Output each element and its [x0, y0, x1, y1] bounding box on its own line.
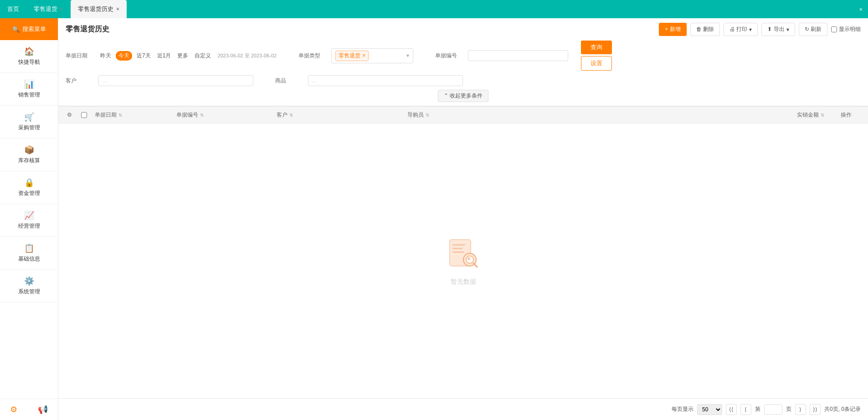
select-all-checkbox[interactable]	[81, 112, 87, 118]
sales-icon: 📊	[24, 79, 34, 89]
empty-text: 暂无数据	[451, 278, 476, 286]
customer-placeholder: ...	[103, 77, 107, 84]
search-icon: 🔍	[12, 26, 20, 33]
per-page-select[interactable]: 50 10 20 100	[697, 404, 722, 415]
print-button[interactable]: 🖨 打印 ▾	[724, 23, 758, 36]
th-operate-label: 操作	[841, 111, 852, 119]
tab-home-label: 首页	[7, 5, 19, 13]
tab-retail-return-label: 零售退货	[34, 5, 57, 13]
tab-retail-return[interactable]: 零售退货 ×	[26, 0, 71, 18]
customer-label: 客户	[66, 77, 91, 85]
th-code-label: 单据编号	[176, 111, 198, 119]
main-layout: 🔍 搜索菜单 🏠 快捷导航 📊 销售管理 🛒 采购管理 📦 库存核算 🔒 资金管…	[0, 18, 868, 420]
sidebar-item-basic-info-label: 基础信息	[18, 255, 40, 263]
tab-retail-return-close[interactable]: ×	[60, 6, 63, 12]
doc-type-tag-close[interactable]: ×	[362, 52, 365, 59]
doc-type-select[interactable]: 零售退货 × ▾	[331, 48, 413, 63]
customer-select[interactable]: ...	[98, 75, 253, 86]
print-chevron-icon: ▾	[749, 26, 752, 33]
date-btn-last7[interactable]: 近7天	[135, 51, 153, 61]
sidebar-item-operations-label: 经营管理	[18, 222, 40, 230]
date-btn-today[interactable]: 今天	[116, 51, 132, 61]
home-icon: 🏠	[24, 46, 34, 56]
th-code-sort-icon: ⇅	[200, 113, 204, 118]
th-code[interactable]: 单据编号 ⇅	[173, 111, 273, 119]
delete-button[interactable]: 🗑 删除	[690, 23, 720, 36]
th-date[interactable]: 单据日期 ⇅	[91, 111, 173, 119]
sidebar-item-sys-mgmt[interactable]: ⚙️ 系统管理	[0, 270, 58, 302]
refresh-button[interactable]: ↻ 刷新	[799, 23, 827, 36]
sidebar-item-inventory[interactable]: 📦 库存核算	[0, 138, 58, 171]
goods-placeholder: ...	[312, 77, 317, 84]
header-actions: + 新增 🗑 删除 🖨 打印 ▾ ⬆ 导出 ▾ ↻ 刷新 显示明细	[659, 23, 861, 36]
th-amount[interactable]: 实销金额 ⇅	[759, 111, 828, 119]
sidebar-item-finance-label: 资金管理	[18, 190, 40, 197]
doc-no-input[interactable]	[468, 50, 568, 61]
last-page-button[interactable]: ⟩⟩	[810, 404, 821, 415]
th-guide-sort-icon: ⇅	[426, 113, 429, 118]
setting-button[interactable]: 设置	[581, 56, 612, 71]
empty-svg	[445, 236, 482, 272]
th-amount-sort-icon: ⇅	[821, 113, 824, 118]
svg-point-7	[467, 257, 470, 260]
sidebar-item-purchase-label: 采购管理	[18, 124, 40, 132]
per-page-label: 每页显示	[672, 405, 693, 413]
th-gear[interactable]: ⚙	[62, 112, 77, 118]
sidebar-item-purchase[interactable]: 🛒 采购管理	[0, 106, 58, 138]
sidebar-item-finance[interactable]: 🔒 资金管理	[0, 171, 58, 204]
display-toggle-checkbox[interactable]	[831, 26, 837, 32]
table-area: ⚙ 单据日期 ⇅ 单据编号 ⇅ 客户 ⇅ 导购员 ⇅	[58, 106, 868, 398]
sidebar-speaker-button[interactable]: 📢	[38, 405, 48, 415]
doc-type-tag: 零售退货 ×	[335, 51, 369, 61]
th-amount-label: 实销金额	[797, 111, 819, 119]
prev-page-button[interactable]: ⟨	[740, 404, 751, 415]
topbar-close[interactable]: ×	[859, 6, 868, 13]
collapse-button[interactable]: ⌃ 收起更多条件	[438, 90, 488, 102]
sidebar-gear-button[interactable]: ⚙	[10, 405, 17, 415]
sidebar-item-operations[interactable]: 📈 经营管理	[0, 204, 58, 237]
page-header: 零售退货历史 + 新增 🗑 删除 🖨 打印 ▾ ⬆ 导出 ▾ ↻ 刷新	[58, 18, 868, 106]
page-input[interactable]: 1	[764, 405, 782, 415]
empty-state: 暂无数据	[58, 123, 868, 398]
filter-row-customer: 客户 ... 商品 ...	[66, 75, 861, 86]
sidebar-item-quick-nav[interactable]: 🏠 快捷导航	[0, 40, 58, 73]
sidebar-search-label: 搜索菜单	[22, 25, 46, 33]
finance-icon: 🔒	[24, 178, 34, 188]
export-button[interactable]: ⬆ 导出 ▾	[761, 23, 795, 36]
first-page-button[interactable]: ⟨⟨	[726, 404, 737, 415]
tab-home[interactable]: 首页	[0, 0, 26, 18]
date-btn-last1m[interactable]: 近1月	[155, 51, 173, 61]
display-toggle[interactable]: 显示明细	[831, 26, 861, 33]
sidebar-item-basic-info[interactable]: 📋 基础信息	[0, 237, 58, 270]
sidebar-item-sales[interactable]: 📊 销售管理	[0, 73, 58, 106]
th-date-sort-icon: ⇅	[118, 113, 122, 118]
sidebar-search[interactable]: 🔍 搜索菜单	[0, 18, 58, 40]
date-btn-yesterday[interactable]: 昨天	[98, 51, 113, 61]
date-filters: 昨天 今天 近7天 近1月 更多 自定义 2023-06-02 至 2023-0…	[98, 51, 277, 61]
doc-no-label: 单据编号	[435, 52, 461, 60]
total-info: 共0页, 0条记录	[824, 405, 861, 413]
th-guide[interactable]: 导购员 ⇅	[404, 111, 504, 119]
doc-type-chevron-icon: ▾	[406, 52, 409, 59]
query-button[interactable]: 查询	[581, 41, 612, 54]
next-page-button[interactable]: ⟩	[795, 404, 806, 415]
svg-rect-1	[452, 244, 465, 246]
th-customer-sort-icon: ⇅	[289, 113, 293, 118]
tab-retail-return-history[interactable]: 零售退货历史 ×	[71, 0, 127, 18]
goods-label: 商品	[275, 77, 301, 85]
svg-rect-2	[452, 248, 462, 249]
th-date-label: 单据日期	[95, 111, 117, 119]
date-btn-custom[interactable]: 自定义	[193, 51, 213, 61]
th-check[interactable]	[77, 112, 91, 118]
tab-retail-return-history-close[interactable]: ×	[116, 6, 119, 12]
tab-retail-return-history-label: 零售退货历史	[78, 5, 113, 13]
page-label: 第	[755, 405, 760, 413]
th-customer[interactable]: 客户 ⇅	[273, 111, 404, 119]
basic-info-icon: 📋	[24, 243, 34, 253]
doc-type-tag-label: 零售退货	[339, 52, 360, 60]
th-operate: 操作	[828, 111, 864, 119]
new-button[interactable]: + 新增	[659, 23, 686, 36]
goods-select[interactable]: ...	[308, 75, 463, 86]
date-btn-more[interactable]: 更多	[175, 51, 190, 61]
top-tab-bar: 首页 零售退货 × 零售退货历史 × ×	[0, 0, 868, 18]
